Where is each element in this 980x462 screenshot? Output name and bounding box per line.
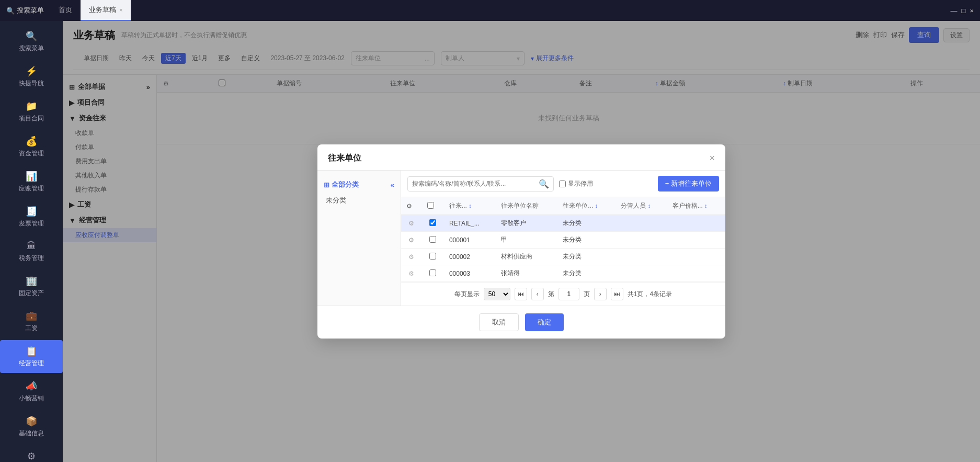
minimize-btn[interactable]: — [951,7,958,15]
tab-draft[interactable]: 业务草稿 × [81,0,131,21]
sidebar-item-search[interactable]: 🔍 搜索菜单 [0,25,63,58]
row-code: 000003 [444,265,496,282]
modal-table-container: ⚙ 往来... ↕ 往来单位名称 往来单位... ↕ 分管人员 ↕ 客户价格..… [401,197,725,282]
modal-col-price[interactable]: 客户价格... ↕ [667,197,725,215]
row-settings[interactable]: ⚙ [401,232,422,249]
sidebar-item-invoice[interactable]: 🧾 发票管理 [0,200,63,233]
row-name: 材料供应商 [496,249,557,265]
sidebar-label-marketing: 小畅营销 [19,394,44,403]
row-price [667,249,725,265]
row-checkbox[interactable] [422,265,444,282]
modal-backdrop[interactable]: 往来单位 × ⊞ 全部分类 « 未分类 [63,21,980,462]
modal-col-person[interactable]: 分管人员 ↕ [616,197,667,215]
row-settings[interactable]: ⚙ [401,265,422,282]
modal-table-row[interactable]: ⚙ 000001 甲 未分类 [401,232,725,249]
modal-table-row[interactable]: ⚙ 000003 张靖得 未分类 [401,265,725,282]
tab-close-icon[interactable]: × [119,7,122,13]
sidebar-item-system[interactable]: ⚙ 系统管理 [0,445,63,462]
show-disabled-toggle[interactable]: 显示停用 [559,179,593,188]
cancel-btn[interactable]: 取消 [479,313,519,331]
collapse-modal-icon[interactable]: « [391,181,394,189]
sidebar-item-finance[interactable]: 💰 资金管理 [0,130,63,163]
sidebar-label-tax: 税务管理 [19,254,44,263]
row-person [616,265,667,282]
show-disabled-label: 显示停用 [568,179,593,188]
close-win-btn[interactable]: × [970,7,974,15]
flash-icon: ⚡ [26,65,37,77]
confirm-btn[interactable]: 确定 [525,313,564,331]
sidebar-item-ops[interactable]: 📋 经营管理 [0,340,63,373]
modal-close-btn[interactable]: × [709,153,715,164]
sidebar-item-marketing[interactable]: 📣 小畅营销 [0,375,63,408]
first-page-btn[interactable]: ⏮ [515,288,527,300]
sidebar-item-assets[interactable]: 🏢 固定资产 [0,270,63,303]
ops-icon: 📋 [26,345,37,357]
sidebar-item-quicknav[interactable]: ⚡ 快捷导航 [0,60,63,93]
tab-home[interactable]: 首页 [50,0,81,21]
modal-col-settings[interactable]: ⚙ [401,197,422,215]
modal-search-input[interactable] [412,180,537,187]
row-checkbox[interactable] [422,215,444,232]
invoice-icon: 🧾 [26,206,37,217]
modal-title: 往来单位 [328,153,361,164]
row-checkbox[interactable] [422,249,444,265]
search-icon: 🔍 [26,30,37,42]
row-settings[interactable]: ⚙ [401,249,422,265]
tax-icon: 🏛 [27,241,36,252]
modal-col-checkbox[interactable] [422,197,444,215]
search-menu-label: 搜索菜单 [17,6,44,15]
sidebar-item-tax[interactable]: 🏛 税务管理 [0,235,63,268]
row-person [616,249,667,265]
row-category: 未分类 [557,232,616,249]
sidebar-label-search: 搜索菜单 [19,44,44,53]
modal-right: 🔍 显示停用 + 新增往来单位 [401,171,725,306]
page-input[interactable] [559,288,579,300]
gear-icon: ⚙ [27,450,36,462]
modal-table: ⚙ 往来... ↕ 往来单位名称 往来单位... ↕ 分管人员 ↕ 客户价格..… [401,197,725,282]
next-page-btn[interactable]: › [594,288,607,300]
modal-table-row[interactable]: ⚙ 000002 材料供应商 未分类 [401,249,725,265]
sidebar-item-project[interactable]: 📁 项目合同 [0,95,63,128]
search-icon: 🔍 [6,7,15,15]
row-code: RETAIL_... [444,215,496,232]
last-page-btn[interactable]: ⏭ [611,288,623,300]
sidebar-label-basic: 基础信息 [19,429,44,438]
partner-modal: 往来单位 × ⊞ 全部分类 « 未分类 [317,144,725,339]
page-label-pre: 第 [548,290,554,299]
modal-table-row[interactable]: ⚙ RETAIL_... 零散客户 未分类 [401,215,725,232]
building-icon: 🏢 [26,275,37,287]
modal-body: ⊞ 全部分类 « 未分类 🔍 [317,171,725,306]
uncategorized-item[interactable]: 未分类 [317,193,401,208]
row-name: 零散客户 [496,215,557,232]
all-category-btn[interactable]: ⊞ 全部分类 « [317,177,401,193]
row-settings[interactable]: ⚙ [401,215,422,232]
row-code: 000002 [444,249,496,265]
modal-col-name[interactable]: 往来单位名称 [496,197,557,215]
grid2-icon: ⊞ [324,181,329,189]
modal-footer: 取消 确定 [317,306,725,339]
add-partner-btn[interactable]: + 新增往来单位 [658,176,719,191]
show-disabled-checkbox[interactable] [559,181,566,187]
prev-page-btn[interactable]: ‹ [531,288,544,300]
sidebar-item-accounts[interactable]: 📊 应账管理 [0,165,63,198]
maximize-btn[interactable]: □ [962,7,966,15]
row-checkbox[interactable] [422,232,444,249]
sidebar-item-salary[interactable]: 💼 工资 [0,305,63,338]
per-page-select[interactable]: 50 100 [484,288,510,300]
per-page-label: 每页显示 [454,290,480,299]
search-menu[interactable]: 🔍 搜索菜单 [6,6,44,15]
sidebar-item-basic[interactable]: 📦 基础信息 [0,410,63,443]
row-category: 未分类 [557,249,616,265]
topbar: 🔍 搜索菜单 首页 业务草稿 × — □ × [0,0,980,21]
modal-search-box[interactable]: 🔍 [407,176,554,191]
row-name: 甲 [496,232,557,249]
modal-col-code[interactable]: 往来... ↕ [444,197,496,215]
modal-col-category[interactable]: 往来单位... ↕ [557,197,616,215]
chart-icon: 📊 [26,171,37,182]
modal-search-icon: 🔍 [539,179,549,189]
sidebar: 🔍 搜索菜单 ⚡ 快捷导航 📁 项目合同 💰 资金管理 📊 应账管理 🧾 发票管… [0,21,63,462]
row-price [667,215,725,232]
total-label: 共1页，4条记录 [628,290,672,299]
modal-category-panel: ⊞ 全部分类 « 未分类 [317,171,401,306]
sidebar-label-invoice: 发票管理 [19,219,44,228]
